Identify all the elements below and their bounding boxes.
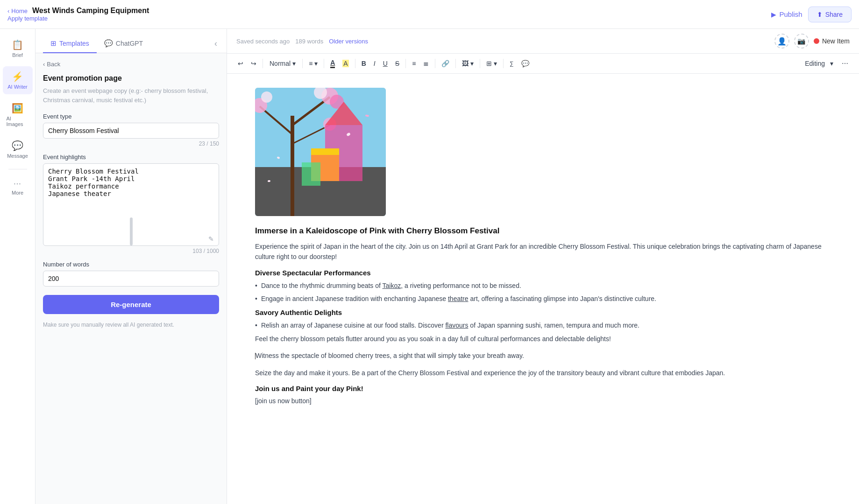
share-icon: ⬆ [817,11,823,18]
redo-button[interactable]: ↪ [248,57,260,70]
user-icon: 👤 [777,37,787,46]
toolbar-sep-3 [324,59,324,68]
word-count-badge: 189 words [295,38,323,45]
highlight-icon: A [342,60,348,67]
new-item-button[interactable]: New Item [814,37,850,45]
undo-button[interactable]: ↩ [234,57,247,70]
chatgpt-icon: 💬 [104,39,113,48]
text-color-button[interactable]: A [327,56,338,70]
toolbar-sep-5 [405,59,406,68]
top-bar-left: ‹ Home West Winds Camping Equipment Appl… [7,7,149,22]
toolbar-sep-4 [355,59,355,68]
char-count: 23 / 150 [43,140,219,147]
bullet-list-button[interactable]: ≡ [409,57,419,70]
editor-para1: Feel the cherry blossom petals flutter a… [255,334,831,344]
bullet-item-1: Dance to the rhythmic drumming beats of … [255,280,831,291]
cta-button-placeholder[interactable]: [join us now button] [255,397,831,405]
back-button[interactable]: ‹ Back [43,61,219,68]
number-of-words-input[interactable] [43,271,219,287]
link-button[interactable]: 🔗 [438,57,453,70]
table-button[interactable]: ⊞ ▾ [483,57,500,70]
regenerate-button[interactable]: Re-generate [43,295,219,314]
highlight-button[interactable]: A [339,57,352,70]
editor-intro: Experience the spirit of Japan in the he… [255,241,831,262]
panel-description: Create an event webpage copy (e.g:- cher… [43,86,219,105]
publish-button[interactable]: ▶ Publish [771,10,802,18]
align-button[interactable]: ≡ ▾ [305,57,321,70]
avatar-circle-2: 📷 [794,34,809,49]
editor-topbar: Saved seconds ago 189 words Older versio… [227,29,859,54]
more-icon: ··· [14,180,21,188]
toolbar-sep-2 [302,59,303,68]
top-bar: ‹ Home West Winds Camping Equipment Appl… [0,0,859,29]
flavours-link[interactable]: flavours [445,322,468,329]
comment-button[interactable]: 💬 [518,57,532,70]
new-item-dot [814,38,819,44]
panel-sidebar: ⊞ Templates 💬 ChatGPT ‹ ‹ Back Event pro… [35,29,227,504]
event-highlights-label: Event highlights [43,154,219,161]
editor-status: Saved seconds ago 189 words Older versio… [236,38,368,45]
event-type-label: Event type [43,113,219,120]
image-button[interactable]: 🖼 ▾ [459,57,477,70]
publish-play-icon: ▶ [771,11,776,18]
strikethrough-button[interactable]: S [392,57,403,70]
ai-images-icon: 🖼️ [12,103,23,114]
text-style-select[interactable]: Normal ▾ [266,58,299,69]
edit-icon: ✎ [208,235,214,243]
editor-content: Immerse in a Kaleidoscope of Pink with C… [227,74,859,504]
event-type-input[interactable] [43,123,219,139]
more-options-button[interactable]: ⋯ [838,57,852,70]
festival-image [255,88,386,216]
sidebar-item-message[interactable]: 💬 Message [3,135,33,163]
panel-title: Event promotion page [43,74,219,83]
theatre-link[interactable]: theatre [448,295,469,302]
italic-button[interactable]: I [370,57,379,70]
sidebar-item-ai-images[interactable]: 🖼️ AI Images [3,98,33,132]
sidebar-item-ai-writer[interactable]: ⚡ AI Writer [3,66,33,94]
chevron-left-icon: ‹ [7,7,9,14]
older-versions-link[interactable]: Older versions [329,38,368,45]
home-link[interactable]: ‹ Home [7,7,28,14]
svg-rect-15 [311,148,339,155]
camera-icon: 📷 [797,37,805,45]
event-highlights-wrapper: Cherry Blossom Festival Grant Park -14th… [43,163,219,246]
disclaimer-text: Make sure you manually review all AI gen… [43,321,219,329]
section2-title: Savory Authentic Delights [255,308,831,316]
apply-template-link[interactable]: Apply template [7,15,149,22]
editing-label: Editing [805,60,825,67]
text-color-icon: A [330,59,335,68]
editing-chevron[interactable]: ▾ [827,57,837,70]
message-icon: 💬 [12,140,23,151]
section1-title: Diverse Spectacular Performances [255,269,831,277]
tab-chatgpt[interactable]: 💬 ChatGPT [97,35,150,53]
special-chars-button[interactable]: ∑ [506,58,517,69]
sidebar-item-brief[interactable]: 📋 Brief [3,35,33,63]
brief-icon: 📋 [12,39,23,50]
editor-toolbar: ↩ ↪ Normal ▾ ≡ ▾ A A B I U S ≡ ≣ [227,54,859,74]
sidebar-divider [8,169,27,169]
number-of-words-label: Number of words [43,261,219,268]
cherry-blossom-svg [255,88,386,216]
event-highlights-input[interactable]: Cherry Blossom Festival Grant Park -14th… [43,164,219,216]
bold-button[interactable]: B [358,57,369,70]
page-title: West Winds Camping Equipment [32,7,149,15]
bullet-item-2: Engage in ancient Japanese tradition wit… [255,294,831,304]
editor-para2: Witness the spectacle of bloomed cherry … [255,350,831,361]
share-button[interactable]: ⬆ Share [808,7,852,22]
sidebar-item-more[interactable]: ··· More [3,175,33,200]
cta-heading: Join us and Paint your day Pink! [255,385,831,392]
editor-area: Saved seconds ago 189 words Older versio… [227,29,859,504]
icon-sidebar: 📋 Brief ⚡ AI Writer 🖼️ AI Images 💬 Messa… [0,29,35,504]
templates-icon: ⊞ [50,39,57,48]
editor-para3: Seize the day and make it yours. Be a pa… [255,368,831,378]
ordered-list-button[interactable]: ≣ [420,57,432,70]
toolbar-sep-6 [435,59,435,68]
svg-point-10 [261,91,272,103]
collapse-panel-button[interactable]: ‹ [213,37,219,50]
tab-templates[interactable]: ⊞ Templates [43,35,97,53]
editing-section: Editing ▾ ⋯ [805,57,852,70]
taikoz-link[interactable]: Taikoz [383,282,401,289]
saved-status: Saved seconds ago [236,38,290,45]
underline-button[interactable]: U [380,57,391,70]
toolbar-sep-7 [455,59,456,68]
